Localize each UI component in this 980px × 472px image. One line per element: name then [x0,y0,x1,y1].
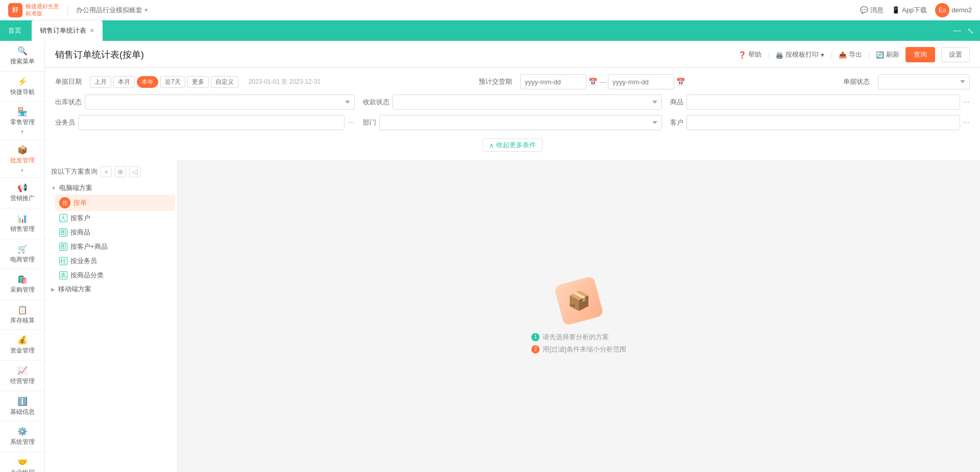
tree-child-by-goods[interactable]: 图 按商品 [55,225,175,240]
sidebar-item-search[interactable]: 🔍 搜索菜单 [0,41,44,72]
sidebar-item-management[interactable]: 📈 经营管理 [0,361,44,391]
sidebar-item-basic-info[interactable]: ℹ️ 基础信息 [0,391,44,422]
salesman-more-icon[interactable]: ··· [348,118,354,127]
tab-minimize-btn[interactable]: — [951,24,963,37]
date-range-text: 2023-01-01 至 2023-12-31 [249,78,321,86]
user-menu[interactable]: Ea demo2 [935,3,972,17]
salesman-group: 业务员 ··· [55,115,355,130]
empty-illustration: 📦 [554,276,604,326]
goods-input[interactable] [687,95,960,110]
marketing-icon: 📢 [17,183,28,193]
body-area: 按以下方案查询 + ⊕ ◁ ▼ 电脑端方案 按 按单 [45,160,980,472]
date-btn-more[interactable]: 更多 [187,76,209,88]
refresh-btn[interactable]: 🔄 刷新 [876,50,899,59]
filter-row-2: 出库状态 收款状态 商品 ··· [55,95,970,110]
sidebar-item-retail[interactable]: 🏪 零售管理 ▾ [0,102,44,140]
add-scheme-btn[interactable]: + [101,166,112,177]
dept-select[interactable] [379,115,663,130]
salesman-label: 业务员 [55,118,75,127]
payment-label: 收款状态 [363,98,389,107]
print-btn[interactable]: 🖨️ 按模板打印 ▾ [775,50,824,59]
app-download-action[interactable]: 📱 App下载 [892,6,927,15]
help-btn[interactable]: ❓ 帮助 [738,50,762,59]
tab-close-icon[interactable]: ✕ [89,27,94,34]
outbound-select[interactable] [85,95,355,110]
sidebar-item-marketing[interactable]: 📢 营销推广 [0,178,44,208]
customer-input[interactable] [687,115,960,130]
goods-group: 商品 ··· [670,95,970,110]
tab-home[interactable]: 首页 [0,20,30,41]
app-icon: 📱 [892,6,900,14]
collapse-row: ∧ 收起更多条件 [55,135,970,154]
tree-child-by-salesman[interactable]: 柱 按业务员 [55,254,175,268]
refresh-icon: 🔄 [876,51,884,59]
page-title: 销售订单统计表(按单) [55,49,144,61]
export-btn[interactable]: 📤 导出 [839,50,862,59]
outbound-label: 出库状态 [55,98,82,107]
tree-section: ▼ 电脑端方案 按 按单 人 按客户 图 [45,181,177,296]
tree-child-by-customer-goods[interactable]: 图 按客户+商品 [55,240,175,254]
sales-icon: 📊 [17,214,28,223]
date-btn-last-month[interactable]: 上月 [90,76,111,88]
avatar: Ea [935,3,949,17]
tree-child-by-customer[interactable]: 人 按客户 [55,211,175,225]
export-icon: 📤 [839,51,847,59]
tree-parent-desktop[interactable]: ▼ 电脑端方案 [47,181,175,195]
sidebar-item-purchase[interactable]: 🛍️ 采购管理 [0,269,44,300]
sidebar-item-inventory[interactable]: 📋 库存核算 [0,300,44,331]
breadcrumb-arrow-icon[interactable]: ▾ [144,6,148,14]
expected-date-label: 预计交货期 [479,77,512,86]
date-btn-this-month[interactable]: 本月 [113,76,135,88]
salesman-input[interactable] [78,115,345,130]
calendar-start-icon[interactable]: 📅 [589,78,597,86]
tab-bar: 首页 销售订单统计表 ✕ — ⤡ [0,20,980,41]
sidebar-item-sales[interactable]: 📊 销售管理 [0,208,44,239]
divider [67,5,68,15]
status-select[interactable] [878,74,970,89]
payment-select[interactable] [393,95,663,110]
date-btn-custom[interactable]: 自定义 [211,76,238,88]
salesman-scheme-icon: 柱 [59,257,67,265]
logo-area: 好 畅捷通好生意 标准版 [8,3,59,17]
page-actions: ❓ 帮助 | 🖨️ 按模板打印 ▾ | 📤 导出 | [738,47,970,62]
tab-sales-order-stats[interactable]: 销售订单统计表 ✕ [32,20,103,41]
empty-tips: 1 请先选择要分析的方案 2 用[过滤]条件来缩小分析范围 [531,333,626,357]
tree-parent-mobile[interactable]: ▶ 移动端方案 [47,282,175,296]
sidebar-item-quicknav[interactable]: ⚡ 快捷导航 [0,72,44,102]
customer-more-icon[interactable]: ··· [963,118,970,127]
ecommerce-icon: 🛒 [17,244,28,254]
page-header-row: 销售订单统计表(按单) ❓ 帮助 | 🖨️ 按模板打印 ▾ | 📤 [55,47,970,67]
system-icon: ⚙️ [17,427,28,436]
dept-group: 部门 [363,115,663,130]
empty-state: 📦 1 请先选择要分析的方案 2 用[过滤]条件来缩小分析范围 [531,275,626,357]
tree-child-by-category[interactable]: 表 按商品分类 [55,268,175,282]
left-panel: 按以下方案查询 + ⊕ ◁ ▼ 电脑端方案 按 按单 [45,160,178,472]
query-button[interactable]: 查询 [905,47,935,62]
management-icon: 📈 [17,366,28,375]
customer-goods-scheme-icon: 图 [59,243,67,251]
sidebar-item-ecommerce[interactable]: 🛒 电商管理 [0,239,44,270]
sidebar-item-enterprise[interactable]: 🤝 企业协同 [0,452,44,472]
date-btn-last-7[interactable]: 近7天 [160,76,185,88]
expected-date-start[interactable] [520,74,586,89]
empty-face-icon: 📦 [567,290,590,312]
message-action[interactable]: 💬 消息 [860,6,884,15]
edit-scheme-btn[interactable]: ⊕ [115,166,126,177]
collapse-panel-btn[interactable]: ◁ [129,166,140,177]
status-label: 单据状态 [843,77,870,86]
collapse-btn[interactable]: ∧ 收起更多条件 [482,138,543,152]
print-icon: 🖨️ [775,51,783,59]
goods-more-icon[interactable]: ··· [963,98,970,107]
sidebar-item-wholesale[interactable]: 📦 批发管理 ▴ [0,140,44,178]
page-header: 销售订单统计表(按单) ❓ 帮助 | 🖨️ 按模板打印 ▾ | 📤 [45,41,980,68]
sidebar-item-system[interactable]: ⚙️ 系统管理 [0,421,44,452]
goods-label: 商品 [670,98,683,107]
sidebar-item-finance[interactable]: 💰 资金管理 [0,330,44,361]
expected-date-end[interactable] [608,74,674,89]
settings-button[interactable]: 设置 [941,47,970,62]
tree-child-by-order[interactable]: 按 按单 [55,195,175,211]
calendar-end-icon[interactable]: 📅 [676,78,685,86]
date-btn-this-year[interactable]: 本年 [137,76,158,88]
expected-date-input-group: 📅 — 📅 [520,74,685,89]
tab-expand-btn[interactable]: ⤡ [965,24,976,38]
